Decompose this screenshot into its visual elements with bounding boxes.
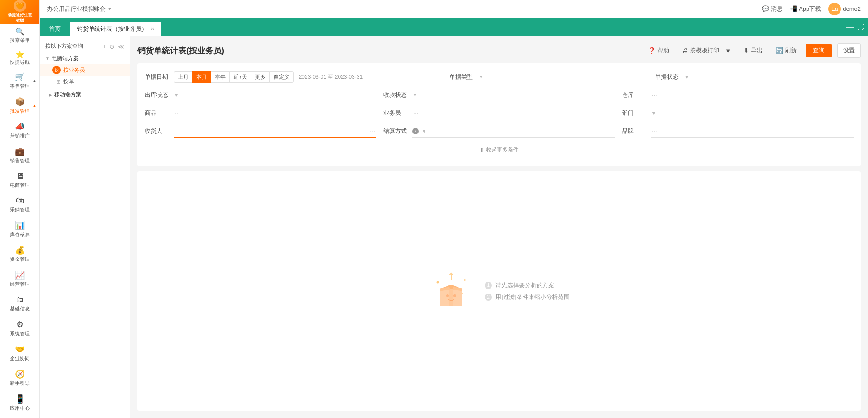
sidebar-item-marketing[interactable]: 📣 营销推广 xyxy=(0,118,39,143)
sidebar-item-inventory[interactable]: 📊 库存核算 xyxy=(0,217,39,242)
sidebar-item-retail[interactable]: 🛒 零售管理 ▲ xyxy=(0,68,39,93)
sidebar-item-operations[interactable]: 📈 经营管理 xyxy=(0,266,39,291)
left-panel: 按以下方案查询 + ⊙ ≪ ▼ 电脑端方案 按 按业务员 ⊞ 按 xyxy=(40,36,130,418)
export-icon: ⬇ xyxy=(744,47,749,54)
date-tab-more[interactable]: 更多 xyxy=(251,71,270,83)
filter-row-3: 商品 ··· 业务员 ··· 部门 ▼ xyxy=(145,107,854,119)
app-subtitle: 标版 xyxy=(16,18,24,24)
tab-bar: 首页 销货单统计表（按业务员） × — ⛶ xyxy=(40,18,868,36)
sidebar-item-guide[interactable]: 🧭 新手引导 xyxy=(0,366,39,390)
date-tab-custom[interactable]: 自定义 xyxy=(269,71,294,83)
sidebar-item-basic[interactable]: 🗂 基础信息 xyxy=(0,291,39,316)
print-icon: 🖨 xyxy=(682,47,688,54)
sidebar-item-system[interactable]: ⚙ 系统管理 xyxy=(0,316,39,341)
settlement-dropdown-arrow-icon[interactable]: ▼ xyxy=(421,128,427,134)
sidebar-item-finance[interactable]: 💰 资金管理 xyxy=(0,242,39,266)
edit-scheme-btn[interactable]: ⊙ xyxy=(109,43,115,50)
search-icon: 🔍 xyxy=(15,27,24,36)
goods-more-icon[interactable]: ··· xyxy=(174,109,181,117)
help-btn[interactable]: ❓ 帮助 xyxy=(644,45,673,57)
tab-home[interactable]: 首页 xyxy=(42,22,68,36)
add-scheme-btn[interactable]: + xyxy=(103,43,107,50)
brand-more-icon[interactable]: ··· xyxy=(651,128,658,135)
salesperson-scheme-icon: 按 xyxy=(52,66,61,74)
receiver-label: 收货人 xyxy=(145,127,170,135)
sidebar-item-apps[interactable]: 📱 应用中心 xyxy=(0,390,39,415)
salesperson-label: 业务员 xyxy=(383,109,409,117)
export-btn[interactable]: ⬇ 导出 xyxy=(740,45,766,57)
print-btn[interactable]: 🖨 按模板打印 ▼ xyxy=(678,45,735,57)
page-header: 销货单统计表(按业务员) ❓ 帮助 🖨 按模板打印 ▼ ⬇ 导出 xyxy=(137,43,861,58)
tab-maximize-icon[interactable]: ⛶ xyxy=(857,23,864,31)
sidebar-item-wechat[interactable]: 💬 企业微信 xyxy=(0,415,39,418)
quick-nav[interactable]: ⭐ 快捷导航 xyxy=(0,48,39,68)
message-btn[interactable]: 💬 消息 xyxy=(762,5,783,13)
computer-group-label: 电脑端方案 xyxy=(52,55,79,62)
retail-label: 零售管理 xyxy=(10,83,30,90)
date-tab-7days[interactable]: 近7天 xyxy=(229,71,251,83)
out-status-dropdown-arrow-icon[interactable]: ▼ xyxy=(174,92,179,98)
retail-arrow-icon: ▲ xyxy=(33,79,37,83)
settlement-label: 结算方式 xyxy=(383,127,409,135)
tab-sales-stats[interactable]: 销货单统计表（按业务员） × xyxy=(70,22,161,36)
sidebar-item-purchase[interactable]: 🛍 采购管理 xyxy=(0,192,39,217)
date-tab-this-year[interactable]: 本年 xyxy=(211,71,230,83)
computer-group-header[interactable]: ▼ 电脑端方案 xyxy=(40,53,130,64)
mobile-group-arrow-icon: ▶ xyxy=(49,92,52,97)
search-menu[interactable]: 🔍 搜索菜单 xyxy=(0,24,39,48)
settlement-clear-btn[interactable]: × xyxy=(412,128,419,134)
receiver-input[interactable] xyxy=(174,128,369,134)
app-logo: 🧡 畅捷通好生意 标版 xyxy=(0,0,40,24)
doc-status-dropdown-arrow-icon[interactable]: ▼ xyxy=(684,74,689,80)
department-control: ▼ xyxy=(651,107,854,119)
date-tab-this-month[interactable]: 本月 xyxy=(192,71,211,83)
empty-tip-1: 1 请先选择要分析的方案 xyxy=(485,281,569,290)
sidebar-item-collab[interactable]: 🤝 企业协同 xyxy=(0,341,39,366)
warehouse-more-icon[interactable]: ··· xyxy=(651,91,658,99)
department-dropdown-arrow-icon[interactable]: ▼ xyxy=(651,110,656,116)
date-range-display: 2023-03-01 至 2023-03-31 xyxy=(299,73,363,81)
marketing-label: 营销推广 xyxy=(10,133,30,139)
goods-label: 商品 xyxy=(145,109,170,117)
user-menu[interactable]: Ea demo2 xyxy=(828,3,861,15)
receiver-more-icon[interactable]: ··· xyxy=(369,128,376,135)
svg-point-9 xyxy=(453,294,456,297)
sidebar-item-wholesale[interactable]: 📦 批发管理 ▲ xyxy=(0,93,39,118)
finance-icon: 💰 xyxy=(15,245,25,255)
collab-icon: 🤝 xyxy=(15,344,25,354)
collapse-label: 收起更多条件 xyxy=(486,146,519,154)
refresh-btn[interactable]: 🔄 刷新 xyxy=(772,45,800,57)
mobile-group-header[interactable]: ▶ 移动端方案 xyxy=(40,89,130,100)
tab-close-icon[interactable]: × xyxy=(151,26,154,32)
sidebar-item-ecommerce[interactable]: 🖥 电商管理 xyxy=(0,168,39,192)
scheme-salesperson[interactable]: 按 按业务员 xyxy=(40,64,130,76)
purchase-icon: 🛍 xyxy=(16,196,24,205)
sidebar-item-sales[interactable]: 💼 销售管理 xyxy=(0,143,39,168)
scheme-by-order[interactable]: ⊞ 按单 xyxy=(40,76,130,87)
mobile-scheme-group: ▶ 移动端方案 xyxy=(40,89,130,100)
wholesale-label: 批发管理 xyxy=(10,108,30,114)
payment-status-dropdown-arrow-icon[interactable]: ▼ xyxy=(412,92,418,98)
collapse-panel-btn[interactable]: ≪ xyxy=(118,43,124,50)
settlement-control: × ▼ xyxy=(412,125,615,138)
collapse-btn[interactable]: ⬆ 收起更多条件 xyxy=(474,145,524,155)
doc-type-field: 单据类型 ▼ xyxy=(449,71,648,83)
account-selector[interactable]: 办公用品行业模拟账套 ▼ xyxy=(47,5,112,13)
app-download-btn[interactable]: 📲 App下载 xyxy=(790,5,821,13)
collapse-row: ⬆ 收起更多条件 xyxy=(145,143,854,159)
ecommerce-label: 电商管理 xyxy=(10,182,30,189)
payment-status-field: 收款状态 ▼ xyxy=(383,89,615,101)
salesperson-more-icon[interactable]: ··· xyxy=(412,109,420,117)
tab-bar-actions: — ⛶ xyxy=(843,18,868,36)
doc-type-dropdown-arrow-icon[interactable]: ▼ xyxy=(478,74,484,80)
page-title: 销货单统计表(按业务员) xyxy=(137,45,224,56)
doc-type-label: 单据类型 xyxy=(449,73,475,81)
date-tab-last-month[interactable]: 上月 xyxy=(174,71,193,83)
query-btn[interactable]: 查询 xyxy=(806,44,832,57)
doc-status-label: 单据状态 xyxy=(655,73,680,81)
settings-btn[interactable]: 设置 xyxy=(837,43,861,58)
print-dropdown-arrow-icon[interactable]: ▼ xyxy=(725,48,731,54)
tab-minimize-icon[interactable]: — xyxy=(846,23,854,31)
svg-point-5 xyxy=(437,281,439,283)
date-filter-row: 上月 本月 本年 近7天 更多 自定义 2023-03-01 至 2023-03… xyxy=(174,71,363,83)
